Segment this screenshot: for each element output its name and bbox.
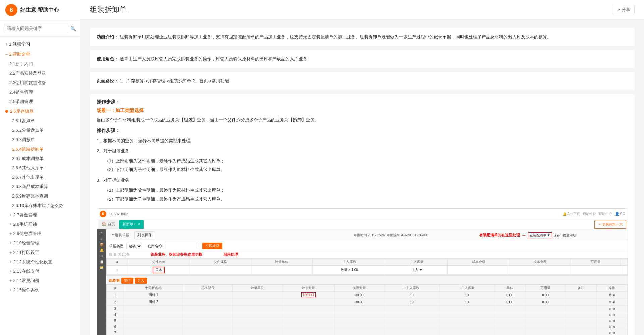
mock-th-qty2: 主入库数: [386, 259, 448, 266]
sidebar-item-otherIn[interactable]: 2.6.6其他入库单: [0, 163, 80, 173]
mock-th-cost2: 成本金额: [509, 259, 571, 266]
mock-sub-td-unit2v: 0.00: [494, 299, 525, 306]
mock-table-sub: # 十分析名称 规格型号 计量单位 计划数量 实际数量 +主入库数 +主入库数: [106, 284, 628, 335]
path-body: 1、库存核算->库存管理->组装拆卸单 2、首页->常用功能: [120, 78, 229, 83]
mock-sub-td-action1: ⊕ ⊗: [596, 292, 627, 299]
sidebar-item-docs[interactable]: − 2.帮助文档: [0, 49, 80, 59]
sidebar-item-finance[interactable]: +2.7资金管理: [0, 210, 80, 220]
mock-td-num1: 1: [107, 266, 128, 275]
mock-sub-td-name1: 周料 1: [124, 292, 183, 299]
app-title: 好生意 帮助中心: [20, 7, 59, 14]
mock-td-cost1a: [448, 266, 509, 275]
mock-td-ops1: [621, 266, 628, 275]
mock-sub-row-4: 4⊕ ⊗: [107, 312, 628, 318]
role-label: 使用角色：: [97, 56, 118, 61]
mock-table-row-1: 1 关木 数量:≥ 1.00 主入 ▼: [107, 266, 628, 275]
mock-sub-th-plan: 计划数量: [282, 285, 334, 292]
sidebar-item-otherOut[interactable]: 2.6.7其他出库单: [0, 173, 80, 182]
sidebar-item-print[interactable]: +2.11打印设置: [0, 248, 80, 257]
mock-import-btn[interactable]: 导入: [135, 278, 147, 284]
mock-sub-td-spec1: [183, 292, 232, 299]
sidebar-item-purchase[interactable]: 2.5采购管理: [0, 97, 80, 106]
search-box: 🔍: [0, 20, 80, 37]
mock-sub-th-num: #: [107, 285, 124, 292]
mock-sub-td-qty1b: 10: [439, 292, 494, 299]
mock-tab-new: 新新单1 ✕: [119, 220, 144, 229]
mock-sub-td-actual2: 30.00: [334, 299, 384, 306]
screenshot-container: 6 TEST-H002 🔔 App下载 启动维护 帮助中心 👤 CC 🏠自页 新…: [97, 208, 628, 335]
mock-sub-row-6: 6⊕ ⊗: [107, 324, 628, 330]
mock-sub-td-avail2: 0.00: [525, 299, 566, 306]
mock-toolbar: ≡ 组装单据 列表操作 单据时间 2019-12-26 单据编号 AD-2019…: [106, 229, 628, 241]
search-icon[interactable]: 🔍: [70, 26, 76, 31]
mock-item-name-box: 关木: [153, 267, 165, 273]
nav-label-video: 1.视频学习: [9, 41, 30, 47]
mock-form-row1: 单据类型 组装 拆卸 仓库名称 立即处理: [106, 241, 628, 251]
sidebar-item-cases[interactable]: +2.15操作案例: [0, 285, 80, 295]
annotation3-text: 组装业务、拆卸业务在这里切换: [151, 252, 202, 256]
main-header: 组装拆卸单 ↗ 分享: [80, 0, 644, 20]
mock-sub-row-1: 1 周料 1 任任(+1 30.00: [107, 292, 628, 299]
sidebar-item-inventory[interactable]: 2.6库存核算: [0, 106, 80, 116]
sidebar-item-goodsCost[interactable]: 2.6.8商品成本重算: [0, 182, 80, 191]
mock-warehouse-input: [165, 243, 198, 249]
mock-sub-th-qty1: +主入库数: [384, 285, 439, 292]
mock-sub-td-avail1: 0.00: [525, 292, 566, 299]
mock-add-row-btn[interactable]: 增行: [121, 278, 133, 284]
mock-td-unit1: [251, 266, 312, 275]
sidebar-item-video[interactable]: + 1.视频学习: [0, 39, 80, 49]
mock-type-label: 单据类型: [109, 244, 124, 249]
sidebar-item-mobile[interactable]: +2.8手机旺铺: [0, 220, 80, 229]
mock-sub-td-unit2: [232, 299, 282, 306]
mock-select-bom: 选装配清单▼: [528, 232, 552, 238]
sidebar-item-stockQuery[interactable]: 2.6.9库存账本查询: [0, 191, 80, 201]
mock-count-label: 数 量 名 1.0%: [109, 253, 129, 256]
sidebar-item-install[interactable]: 2.2产品安装及登录: [0, 69, 80, 78]
mock-type-select[interactable]: 组装 拆卸: [126, 243, 142, 249]
scene1-desc: 当由多个子件材料组装成一个成品的业务为【组装】业务，当由一个父件拆分成多个子产品…: [97, 116, 628, 124]
mock-app-id: TEST-H002: [109, 212, 128, 216]
step3-1: （1）上部明细为父件明细，最终作为原材料生成其它出库单；: [105, 186, 628, 195]
step1: 1、根据不同的业务，选择不同单据的类型来处理: [97, 136, 628, 145]
sidebar-item-stockFix[interactable]: 2.6.10库存账本错了怎么办: [0, 201, 80, 210]
sidebar-item-faq[interactable]: +2.14常见问题: [0, 276, 80, 285]
step3-2: （2）下部明细为子件明细，最终作为产成品生成其它入库单。: [105, 195, 628, 204]
mock-th-parent-name: 父件名称: [128, 259, 190, 266]
search-input[interactable]: [4, 24, 68, 33]
mock-sub-td-remark1: [566, 292, 596, 299]
sidebar-item-ops[interactable]: +2.10经营管理: [0, 238, 80, 248]
share-label: 分享: [622, 7, 630, 13]
mock-sub-td-num2: 2: [107, 299, 124, 306]
mock-td-qty1b: 主入 ▼: [386, 266, 448, 275]
intro-body: 组装拆卸单用来处理企业组装或拆卸等加工业务，支持有固定装配清单的产品加工业务，也…: [120, 34, 551, 39]
sidebar-item-newbie[interactable]: 2.1新手入门: [0, 59, 80, 69]
nav-prefix-docs: −: [5, 52, 8, 57]
page-title: 组装拆卸单: [90, 5, 127, 15]
sidebar-item-adjust[interactable]: 2.6.3调拨单: [0, 135, 80, 145]
sidebar-item-payment[interactable]: +2.13在线支付: [0, 267, 80, 276]
mock-th-qty1: 主入库数: [313, 259, 386, 266]
arrow-right1: →: [521, 232, 527, 238]
nav-prefix-video: +: [5, 42, 8, 47]
sidebar-item-prepare[interactable]: 2.3使用前数据准备: [0, 78, 80, 88]
sidebar-item-sysconfig[interactable]: +2.12系统个性化设置: [0, 257, 80, 267]
mock-sub-row-3: 3⊕ ⊗: [107, 306, 628, 312]
sidebar-item-stockcheck[interactable]: 2.6.1盘点单: [0, 116, 80, 126]
mock-th-ops: [621, 259, 628, 266]
share-button[interactable]: ↗ 分享: [612, 5, 635, 14]
sidebar-item-stockdist[interactable]: 2.6.2分量盘点单: [0, 126, 80, 135]
role-text: 使用角色： 通常由生产人员或库管人员完成拆装业务的操作，库管人员确认原材料的出库…: [97, 56, 307, 61]
sidebar-item-assembly[interactable]: 2.6.4组装拆卸单: [0, 145, 80, 154]
mock-sub-th-name: 十分析名称: [124, 285, 183, 292]
mock-th-num: #: [107, 259, 128, 266]
mock-sub-label: 组装/拆: [109, 278, 120, 283]
mock-sub-th-actual: 实际数量: [334, 285, 384, 292]
sidebar-item-costadj[interactable]: 2.6.5成本调整单: [0, 154, 80, 163]
sidebar-item-coupon[interactable]: +2.9优惠券管理: [0, 229, 80, 238]
mock-sub-th-remark: 备注: [566, 285, 596, 292]
sidebar-item-sales[interactable]: 2.4销售管理: [0, 88, 80, 97]
mock-sub-th-unitval: 单位: [494, 285, 525, 292]
steps-section: 操作步骤： 场景一：加工类型选择 当由多个子件材料组装成一个成品的业务为【组装】…: [90, 94, 635, 335]
nav-list: + 1.视频学习 − 2.帮助文档 2.1新手入门 2.2产品安装及登录 2.3…: [0, 37, 80, 335]
mock-docno-label: 单据编号 AD-20191226-001: [387, 233, 429, 238]
